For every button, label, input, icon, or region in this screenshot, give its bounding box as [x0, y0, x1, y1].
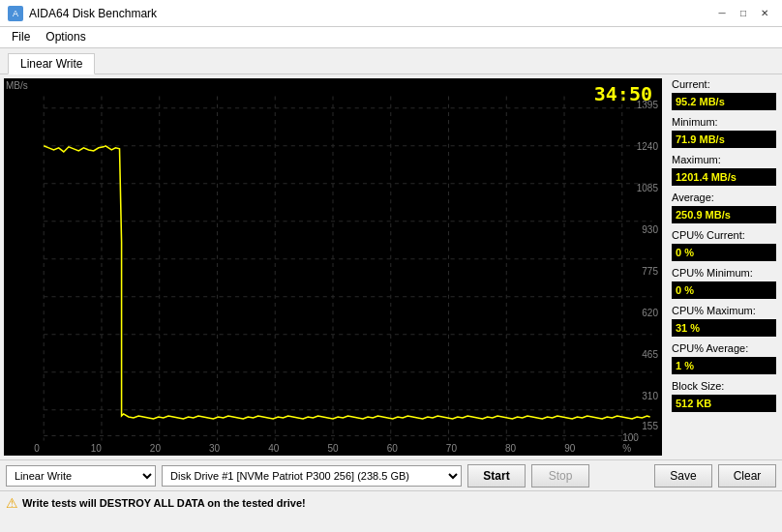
warning-icon: ⚠: [6, 495, 18, 511]
close-button[interactable]: ✕: [755, 5, 774, 22]
test-type-dropdown[interactable]: Linear Write Linear Read Random Write Ra…: [6, 465, 156, 487]
average-label: Average:: [672, 192, 776, 203]
cpu-average-value: 1 %: [672, 357, 776, 374]
current-label: Current:: [672, 78, 776, 90]
stats-sidebar: Current: 95.2 MB/s Minimum: 71.9 MB/s Ma…: [666, 74, 782, 459]
warning-text: Write tests will DESTROY ALL DATA on the…: [22, 497, 306, 509]
minimum-value: 71.9 MB/s: [672, 131, 776, 148]
main-content: MB/s 34:50 1395 1240 1085 930 775 620 46…: [0, 74, 782, 459]
tab-bar: Linear Write: [0, 48, 782, 74]
start-button[interactable]: Start: [467, 464, 526, 488]
cpu-maximum-label: CPU% Maximum:: [672, 305, 776, 316]
minimize-button[interactable]: ─: [712, 5, 732, 22]
tab-linear-write[interactable]: Linear Write: [8, 53, 95, 74]
current-value: 95.2 MB/s: [672, 93, 776, 110]
drive-dropdown[interactable]: Disk Drive #1 [NVMe Patriot P300 256] (2…: [162, 465, 462, 487]
cpu-average-label: CPU% Average:: [672, 342, 776, 354]
menu-options[interactable]: Options: [38, 29, 93, 45]
cpu-minimum-label: CPU% Minimum:: [672, 267, 776, 279]
chart-svg: [4, 78, 662, 456]
title-bar: A AIDA64 Disk Benchmark ─ □ ✕: [0, 0, 782, 27]
stop-button[interactable]: Stop: [531, 464, 589, 488]
cpu-maximum-value: 31 %: [672, 319, 776, 337]
title-bar-controls: ─ □ ✕: [712, 5, 774, 22]
maximum-label: Maximum:: [672, 154, 776, 165]
block-size-label: Block Size:: [672, 380, 776, 392]
menu-bar: File Options: [0, 27, 782, 48]
app-icon: A: [8, 6, 23, 21]
warning-bar: ⚠ Write tests will DESTROY ALL DATA on t…: [0, 490, 782, 514]
cpu-current-value: 0 %: [672, 244, 776, 261]
average-value: 250.9 MB/s: [672, 206, 776, 223]
block-size-value: 512 KB: [672, 395, 776, 412]
cpu-current-label: CPU% Current:: [672, 229, 776, 241]
chart-area: MB/s 34:50 1395 1240 1085 930 775 620 46…: [4, 78, 662, 456]
maximum-value: 1201.4 MB/s: [672, 168, 776, 186]
bottom-controls: Linear Write Linear Read Random Write Ra…: [0, 459, 782, 490]
maximize-button[interactable]: □: [734, 5, 753, 22]
cpu-minimum-value: 0 %: [672, 281, 776, 299]
clear-button[interactable]: Clear: [718, 464, 776, 488]
minimum-label: Minimum:: [672, 116, 776, 128]
title-bar-left: A AIDA64 Disk Benchmark: [8, 6, 157, 21]
save-button[interactable]: Save: [654, 464, 712, 488]
menu-file[interactable]: File: [4, 29, 38, 45]
window-title: AIDA64 Disk Benchmark: [29, 7, 157, 20]
